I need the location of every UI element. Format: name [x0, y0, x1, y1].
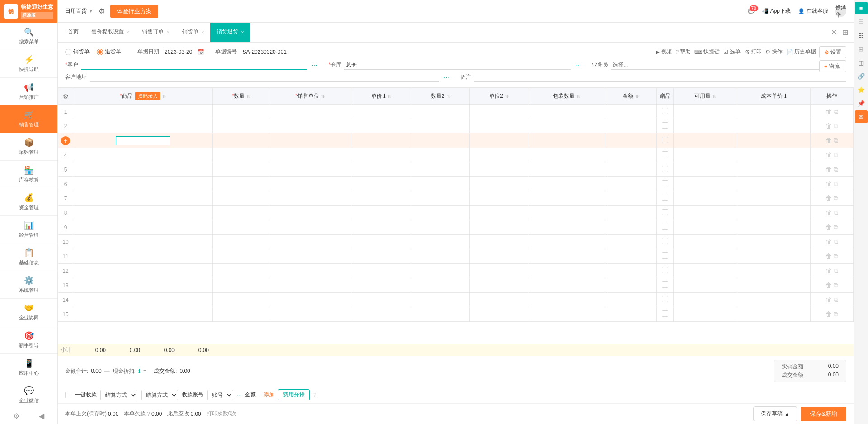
cell-unit-price[interactable] — [351, 148, 411, 162]
cell-unit2[interactable] — [470, 278, 528, 293]
gift-checkbox[interactable] — [662, 209, 668, 215]
cell-package-qty[interactable] — [528, 133, 605, 148]
cell-sale-unit[interactable] — [269, 105, 351, 119]
experience-btn[interactable]: 体验行业方案 — [110, 5, 158, 18]
tab-sales-order[interactable]: 销售订单 × — [136, 23, 175, 42]
cell-amount[interactable] — [605, 177, 656, 191]
customer-input[interactable] — [81, 60, 307, 70]
scan-input-btn[interactable]: 扫码录入 — [135, 92, 160, 100]
copy-row-btn[interactable]: ⧉ — [834, 166, 838, 173]
cell-unit-price[interactable] — [351, 293, 411, 307]
right-btn-9[interactable]: ✉ — [855, 110, 868, 123]
cell-gift[interactable] — [656, 220, 673, 235]
cell-unit2[interactable] — [470, 191, 528, 206]
delete-row-btn[interactable]: 🗑 — [826, 310, 832, 318]
cell-product[interactable] — [73, 119, 213, 133]
cell-unit-price[interactable] — [351, 278, 411, 293]
cell-sale-unit[interactable] — [269, 235, 351, 249]
cell-product[interactable] — [73, 191, 213, 206]
cell-available[interactable] — [673, 307, 737, 322]
cell-gift[interactable] — [656, 191, 673, 206]
delete-row-btn[interactable]: 🗑 — [826, 122, 832, 130]
cell-sale-unit[interactable] — [269, 133, 351, 148]
gift-checkbox[interactable] — [662, 195, 668, 201]
avail-sort-icon[interactable]: ⇅ — [712, 94, 716, 99]
cell-amount[interactable] — [605, 220, 656, 235]
cell-sale-unit[interactable] — [269, 119, 351, 133]
price-sort-icon[interactable]: ⇅ — [387, 94, 391, 99]
cell-sale-unit[interactable] — [269, 148, 351, 162]
cell-amount[interactable] — [605, 278, 656, 293]
cell-sale-unit[interactable] — [269, 264, 351, 278]
cell-qty2[interactable] — [411, 148, 469, 162]
cell-amount[interactable] — [605, 293, 656, 307]
cell-quantity[interactable] — [213, 177, 269, 191]
cell-available[interactable] — [673, 148, 737, 162]
cell-qty2[interactable] — [411, 278, 469, 293]
cell-qty2[interactable] — [411, 220, 469, 235]
cell-gift[interactable] — [656, 249, 673, 264]
copy-row-btn[interactable]: ⧉ — [834, 209, 838, 217]
cell-gift[interactable] — [656, 148, 673, 162]
cell-unit-price[interactable] — [351, 162, 411, 177]
cell-amount[interactable] — [605, 148, 656, 162]
cell-unit2[interactable] — [470, 249, 528, 264]
cell-product[interactable] — [73, 206, 213, 220]
gift-checkbox[interactable] — [662, 151, 668, 157]
sidebar-item-wechat[interactable]: 💬 企业微信 — [0, 381, 57, 408]
add-payment-btn[interactable]: + 添加 — [259, 391, 274, 399]
sidebar-item-guide[interactable]: 🎯 新手引导 — [0, 326, 57, 354]
copy-row-btn[interactable]: ⧉ — [834, 281, 838, 289]
amount-sort-icon[interactable]: ⇅ — [635, 94, 639, 99]
account-dots-btn[interactable]: ··· — [237, 392, 241, 398]
cell-package-qty[interactable] — [528, 264, 605, 278]
cell-product[interactable] — [73, 220, 213, 235]
cell-amount[interactable] — [605, 105, 656, 119]
cell-available[interactable] — [673, 278, 737, 293]
cell-quantity[interactable] — [213, 235, 269, 249]
cell-package-qty[interactable] — [528, 191, 605, 206]
cell-unit-price[interactable] — [351, 119, 411, 133]
copy-row-btn[interactable]: ⧉ — [834, 310, 838, 318]
cell-available[interactable] — [673, 220, 737, 235]
delete-row-btn[interactable]: 🗑 — [826, 166, 832, 173]
sidebar-item-sales[interactable]: 🛒 销售管理 — [0, 105, 57, 133]
cell-package-qty[interactable] — [528, 105, 605, 119]
cell-available[interactable] — [673, 249, 737, 264]
column-settings-icon[interactable]: ⚙ — [63, 93, 69, 100]
cell-gift[interactable] — [656, 293, 673, 307]
cell-product[interactable] — [73, 293, 213, 307]
delete-row-btn[interactable]: 🗑 — [826, 209, 832, 217]
add-row-btn[interactable]: + — [61, 136, 70, 145]
cell-quantity[interactable] — [213, 264, 269, 278]
cell-gift[interactable] — [656, 105, 673, 119]
cell-gift[interactable] — [656, 235, 673, 249]
customer-dots-btn[interactable]: ··· — [310, 61, 319, 69]
cell-amount[interactable] — [605, 119, 656, 133]
cell-amount[interactable] — [605, 133, 656, 148]
cell-package-qty[interactable] — [528, 235, 605, 249]
cell-qty2[interactable] — [411, 191, 469, 206]
online-service-btn[interactable]: 👤 在线客服 — [798, 7, 828, 15]
toolbar-select-btn[interactable]: ☑ 选单 — [723, 48, 741, 56]
cell-available[interactable] — [673, 264, 737, 278]
cell-qty2[interactable] — [411, 293, 469, 307]
delete-row-btn[interactable]: 🗑 — [826, 281, 832, 289]
cell-available[interactable] — [673, 177, 737, 191]
account-select[interactable]: 账号 — [207, 390, 233, 400]
cell-unit-price[interactable] — [351, 133, 411, 148]
save-new-btn[interactable]: 保存&新增 — [801, 407, 846, 421]
copy-row-btn[interactable]: ⧉ — [834, 238, 838, 246]
cell-package-qty[interactable] — [528, 119, 605, 133]
cell-qty2[interactable] — [411, 162, 469, 177]
cell-quantity[interactable] — [213, 133, 269, 148]
right-btn-2[interactable]: ☰ — [855, 15, 868, 28]
right-btn-5[interactable]: ◫ — [855, 56, 868, 69]
cell-unit2[interactable] — [470, 133, 528, 148]
cell-gift[interactable] — [656, 162, 673, 177]
tab-expand-btn[interactable]: ⊞ — [840, 26, 850, 38]
gift-checkbox[interactable] — [662, 166, 668, 172]
cell-qty2[interactable] — [411, 235, 469, 249]
sidebar-item-finance[interactable]: 💰 资金管理 — [0, 188, 57, 216]
gift-checkbox[interactable] — [662, 108, 668, 114]
